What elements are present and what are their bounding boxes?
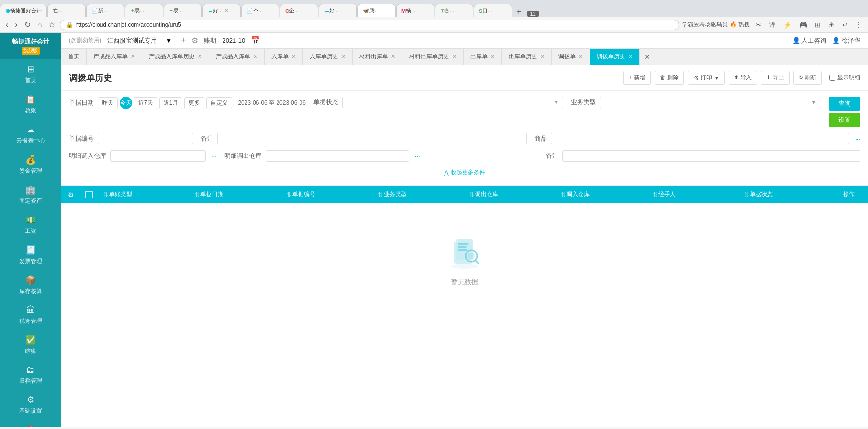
browser-tab-10[interactable]: 🦋 腾...: [357, 4, 396, 17]
settings-button[interactable]: 设置: [829, 113, 860, 127]
page-tab-3-close[interactable]: ✕: [253, 54, 257, 60]
export-button[interactable]: ⬇ 导出: [761, 71, 789, 85]
sidebar-item-invoice[interactable]: 🧾 发票管理: [0, 240, 61, 270]
sidebar-item-inventory[interactable]: 📦 库存核算: [0, 270, 61, 300]
th-doc-type[interactable]: ⇅ 单账类型: [98, 186, 189, 203]
browser-tab-8[interactable]: C 企...: [280, 4, 318, 17]
service-button[interactable]: 👤 人工咨询: [792, 36, 827, 45]
browser-tab-1[interactable]: ◉ 畅捷通好会计: [0, 4, 47, 17]
company-selector-dropdown[interactable]: ▼: [163, 36, 175, 45]
sidebar-item-settings[interactable]: ⚙ 基础设置: [0, 390, 61, 420]
browser-tab-13[interactable]: S 目...: [474, 4, 512, 17]
browser-tab-2[interactable]: 在...: [47, 4, 86, 17]
page-tab-2-close[interactable]: ✕: [198, 54, 202, 60]
page-tab-5[interactable]: 入库单历史 ✕: [303, 49, 353, 65]
import-button[interactable]: ⬆ 导入: [729, 71, 757, 85]
page-tab-2[interactable]: 产成品入库单历史 ✕: [142, 49, 209, 65]
scissors-icon[interactable]: ✂: [754, 20, 763, 30]
detail-out-more-icon[interactable]: ···: [415, 153, 420, 160]
back-button[interactable]: ‹: [4, 20, 10, 30]
date-btn-custom[interactable]: 自定义: [206, 97, 232, 109]
date-btn-yesterday[interactable]: 昨天: [98, 97, 118, 109]
th-doc-no[interactable]: ⇅ 单据编号: [281, 186, 372, 203]
date-btn-more[interactable]: 更多: [184, 97, 204, 109]
add-button[interactable]: + 新增: [623, 71, 650, 85]
browser-tab-3[interactable]: 📄 新...: [86, 4, 124, 17]
date-btn-today[interactable]: 今天: [120, 97, 132, 109]
page-tab-10[interactable]: 调拨单 ✕: [552, 49, 590, 65]
page-tab-8[interactable]: 出库单 ✕: [464, 49, 502, 65]
page-tab-7[interactable]: 材料出库单历史 ✕: [402, 49, 464, 65]
goods-input[interactable]: [551, 133, 849, 144]
page-tab-9[interactable]: 出库单历史 ✕: [502, 49, 552, 65]
page-tab-11-close[interactable]: ✕: [628, 54, 633, 60]
tab-close-6[interactable]: ✕: [224, 8, 229, 14]
th-checkbox[interactable]: [80, 186, 98, 203]
page-tab-9-close[interactable]: ✕: [540, 54, 545, 60]
th-out-warehouse[interactable]: ⇅ 调出仓库: [464, 186, 555, 203]
detail-out-input[interactable]: [266, 150, 409, 162]
add-company-button[interactable]: +: [181, 35, 186, 45]
detail-in-more-icon[interactable]: ···: [211, 153, 217, 160]
status-select[interactable]: ▼: [342, 97, 564, 108]
remark-input[interactable]: [217, 133, 527, 144]
page-tab-6[interactable]: 材料出库单 ✕: [353, 49, 402, 65]
date-btn-7days[interactable]: 近7天: [134, 97, 157, 109]
print-button[interactable]: 🖨 打印 ▼: [688, 71, 725, 85]
page-tab-6-close[interactable]: ✕: [391, 54, 395, 60]
browser-tab-6[interactable]: ☁ 好... ✕: [202, 4, 241, 17]
reload-button[interactable]: ↻: [22, 19, 33, 30]
grid-icon[interactable]: ⊞: [813, 20, 823, 30]
browser-tab-7[interactable]: 📄 个...: [241, 4, 279, 17]
company-settings-button[interactable]: ⚙: [191, 36, 198, 45]
select-all-checkbox[interactable]: [85, 191, 93, 198]
undo-icon[interactable]: ↩: [840, 20, 850, 30]
calendar-icon[interactable]: 📅: [251, 36, 260, 45]
extension-1[interactable]: ⚡: [781, 20, 793, 30]
page-tab-10-close[interactable]: ✕: [579, 54, 583, 60]
browser-tab-4[interactable]: ✦ 易...: [125, 4, 163, 17]
sidebar-item-ledger[interactable]: 📋 总账: [0, 89, 61, 120]
biz-type-select[interactable]: ▼: [600, 97, 821, 108]
sidebar-item-fund[interactable]: 💰 资金管理: [0, 150, 61, 180]
sidebar-item-cloud-report[interactable]: ☁ 云报表中心: [0, 120, 61, 150]
home-button[interactable]: ⌂: [35, 20, 44, 30]
translate-icon[interactable]: 译: [767, 20, 778, 30]
address-bar[interactable]: 🔒 https://cloud.chanjet.com/accounting/u…: [60, 20, 679, 30]
page-tab-11[interactable]: 调拨单历史 ✕: [590, 49, 640, 65]
page-tab-8-close[interactable]: ✕: [490, 54, 495, 60]
menu-icon[interactable]: ⋮: [854, 20, 864, 30]
th-settings[interactable]: ⚙: [61, 186, 80, 203]
tab-bar-close-button[interactable]: ✕: [640, 49, 655, 65]
sidebar-item-salary[interactable]: 💵 工资: [0, 210, 61, 240]
sidebar-item-fixed-assets[interactable]: 🏢 固定资产: [0, 180, 61, 210]
page-tab-4-close[interactable]: ✕: [291, 54, 296, 60]
page-tab-1-close[interactable]: ✕: [131, 54, 135, 60]
browser-tab-5[interactable]: ✦ 易...: [164, 4, 202, 17]
th-doc-date[interactable]: ⇅ 单据日期: [189, 186, 280, 203]
page-tab-1[interactable]: 产成品入库单 ✕: [87, 49, 142, 65]
delete-button[interactable]: 🗑 删除: [655, 71, 684, 85]
extension-2[interactable]: 🎮: [797, 20, 809, 30]
date-btn-1month[interactable]: 近1月: [159, 97, 183, 109]
sidebar-item-archive[interactable]: 🗂 归档管理: [0, 360, 61, 390]
sidebar-item-tax[interactable]: 🏛 税务管理: [0, 300, 61, 330]
display-toggle[interactable]: 显示明细: [829, 74, 860, 82]
forward-button[interactable]: ›: [13, 20, 19, 30]
th-doc-status[interactable]: ⇅ 单据状态: [738, 186, 830, 203]
docno-input[interactable]: [98, 133, 193, 144]
browser-tab-12[interactable]: ⊞ 各...: [435, 4, 473, 17]
page-tab-7-close[interactable]: ✕: [452, 54, 456, 60]
search-text[interactable]: 学霸应聘场驱鸟员 🔥 热搜: [682, 21, 750, 29]
table-settings-icon[interactable]: ⚙: [68, 191, 74, 198]
display-toggle-checkbox[interactable]: [829, 75, 835, 81]
th-handler[interactable]: ⇅ 经手人: [647, 186, 738, 203]
browser-tab-9[interactable]: ☁ 好...: [319, 4, 357, 17]
th-biz-type[interactable]: ⇅ 业务类型: [372, 186, 464, 203]
page-tab-3[interactable]: 产成品入库单 ✕: [209, 49, 265, 65]
print-dropdown-icon[interactable]: ▼: [714, 75, 720, 81]
browser-tab-11[interactable]: M 畅...: [396, 4, 434, 17]
page-tab-4[interactable]: 入库单 ✕: [265, 49, 303, 65]
detail-in-input[interactable]: [110, 150, 206, 162]
sun-icon[interactable]: ☀: [826, 20, 836, 30]
